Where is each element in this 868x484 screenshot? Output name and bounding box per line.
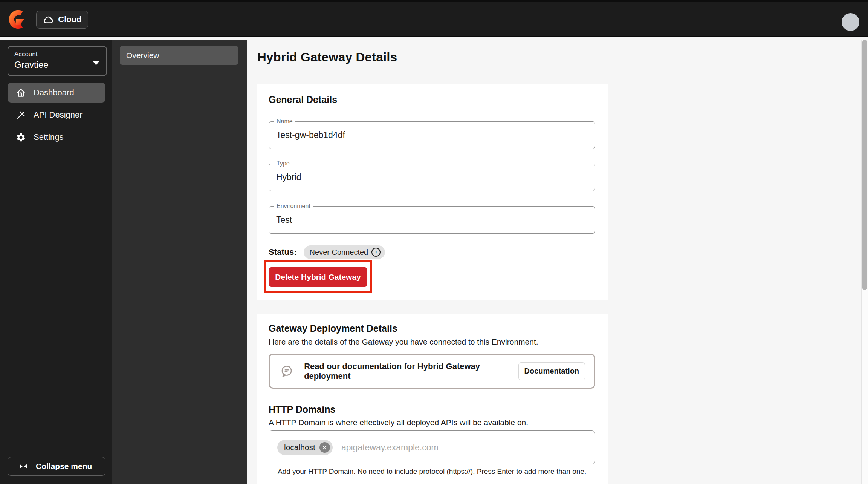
general-details-card: General Details Name Type Environment St… bbox=[257, 84, 608, 300]
account-selector[interactable]: Account Gravtiee bbox=[8, 46, 107, 76]
subnav-item-label: Overview bbox=[126, 51, 159, 60]
alert-circle-icon: ! bbox=[371, 248, 381, 257]
main-content: Hybrid Gateway Details General Details N… bbox=[247, 40, 868, 484]
secondary-sidebar: Overview bbox=[112, 40, 247, 484]
status-label: Status: bbox=[269, 247, 297, 257]
page-title: Hybrid Gateway Details bbox=[257, 50, 397, 64]
documentation-banner-text: Read our documentation for Hybrid Gatewa… bbox=[304, 361, 518, 381]
type-field[interactable]: Type bbox=[269, 164, 595, 191]
cloud-icon bbox=[43, 15, 54, 24]
general-details-heading: General Details bbox=[269, 94, 337, 105]
collapse-menu-button[interactable]: Collapse menu bbox=[8, 457, 105, 476]
deployment-heading: Gateway Deployment Details bbox=[269, 323, 397, 334]
sidebar-item-label: API Designer bbox=[34, 110, 83, 120]
name-field[interactable]: Name bbox=[269, 121, 595, 149]
gravitee-logo-icon[interactable] bbox=[7, 9, 26, 30]
http-domains-hint: Add your HTTP Domain. No need to include… bbox=[278, 467, 586, 476]
top-bar: Cloud bbox=[0, 0, 868, 37]
home-icon bbox=[16, 88, 26, 98]
account-selector-value: Gravtiee bbox=[14, 60, 100, 70]
sidebar-item-dashboard[interactable]: Dashboard bbox=[8, 83, 105, 103]
status-badge: Never Connected ! bbox=[304, 245, 385, 259]
documentation-banner: Read our documentation for Hybrid Gatewa… bbox=[269, 354, 595, 389]
status-row: Status: Never Connected ! bbox=[269, 245, 385, 259]
remove-domain-icon[interactable] bbox=[319, 442, 330, 453]
delete-hybrid-gateway-button[interactable]: Delete Hybrid Gateway bbox=[269, 267, 367, 287]
user-avatar[interactable] bbox=[842, 13, 859, 31]
deployment-details-card: Gateway Deployment Details Here are the … bbox=[257, 314, 608, 484]
subnav-item-overview[interactable]: Overview bbox=[120, 46, 238, 65]
domain-chip-localhost: localhost bbox=[277, 440, 333, 455]
domain-input[interactable] bbox=[341, 443, 595, 453]
scrollbar-track[interactable] bbox=[861, 40, 868, 484]
http-domains-field[interactable]: localhost bbox=[269, 430, 595, 464]
sidebar-item-label: Dashboard bbox=[34, 88, 74, 98]
status-badge-text: Never Connected bbox=[310, 248, 368, 257]
sidebar-item-settings[interactable]: Settings bbox=[8, 127, 105, 147]
sidebar-nav: Dashboard API Designer Settings bbox=[8, 83, 105, 150]
scrollbar-thumb[interactable] bbox=[862, 40, 867, 290]
magic-wand-icon bbox=[16, 110, 26, 120]
type-input[interactable] bbox=[269, 164, 595, 191]
collapse-icon bbox=[18, 463, 28, 470]
domain-chip-label: localhost bbox=[284, 443, 315, 452]
http-domains-subtitle: A HTTP Domain is where effectively all d… bbox=[269, 418, 528, 427]
http-domains-heading: HTTP Domains bbox=[269, 404, 335, 415]
primary-sidebar: Account Gravtiee Dashboard API Designer bbox=[0, 40, 112, 484]
cloud-product-button[interactable]: Cloud bbox=[36, 11, 88, 29]
name-input[interactable] bbox=[269, 122, 595, 149]
sidebar-item-api-designer[interactable]: API Designer bbox=[8, 105, 105, 125]
deployment-subtitle: Here are the details of the Gateway you … bbox=[269, 337, 538, 346]
environment-input[interactable] bbox=[269, 207, 595, 233]
gear-icon bbox=[16, 132, 26, 142]
chevron-down-icon bbox=[93, 61, 99, 65]
account-selector-label: Account bbox=[14, 51, 100, 58]
collapse-menu-label: Collapse menu bbox=[36, 462, 92, 471]
documentation-button[interactable]: Documentation bbox=[518, 362, 585, 380]
sidebar-item-label: Settings bbox=[34, 132, 64, 142]
environment-field[interactable]: Environment bbox=[269, 206, 595, 234]
chat-bubble-icon bbox=[280, 364, 294, 379]
cloud-button-label: Cloud bbox=[58, 15, 81, 25]
